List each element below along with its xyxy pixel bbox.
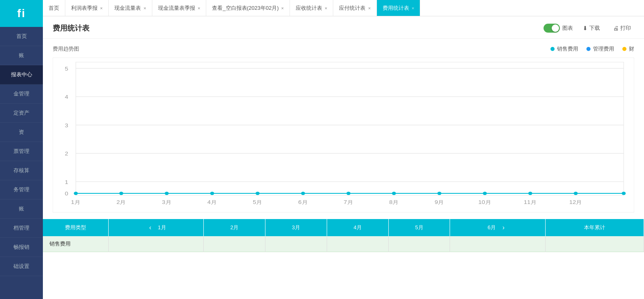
svg-text:2月: 2月 <box>116 199 126 205</box>
print-icon: 🖨 <box>613 25 619 31</box>
sidebar-item-ledger[interactable]: 账 <box>0 199 43 219</box>
svg-text:1: 1 <box>65 179 68 185</box>
th-month-2: 2月 <box>204 219 265 236</box>
td-m3 <box>265 236 327 252</box>
sidebar-item-reports[interactable]: 报表中心 <box>0 65 43 84</box>
tab-close-payable[interactable]: × <box>368 6 370 11</box>
th-month-4: 4月 <box>327 219 388 236</box>
sidebar-item-services[interactable]: 务管理 <box>0 180 43 199</box>
legend-finance: 财 <box>622 45 634 53</box>
td-m2 <box>204 236 265 252</box>
download-icon: ⬇ <box>583 25 588 31</box>
tab-blank-report[interactable]: 查看_空白报表(2023年02月) × <box>206 0 290 16</box>
td-m6 <box>450 236 546 252</box>
sidebar-item-settings[interactable]: 础设置 <box>0 257 43 276</box>
svg-text:5月: 5月 <box>253 199 263 205</box>
svg-text:11月: 11月 <box>524 199 537 205</box>
chart-toggle-label: 图表 <box>562 24 573 32</box>
chart-legend: 销售费用 管理费用 财 <box>550 45 634 53</box>
sidebar-item-account[interactable]: 账 <box>0 46 43 65</box>
tab-payable[interactable]: 应付统计表 × <box>333 0 377 16</box>
table-section: 费用类型 ‹ 1月 2月 3月 <box>43 219 644 252</box>
legend-dot-sales <box>550 47 555 51</box>
tab-cashflow-quarterly[interactable]: 现金流量表季报 × <box>152 0 206 16</box>
sidebar-item-capital[interactable]: 资 <box>0 123 43 142</box>
toggle-track[interactable] <box>544 24 560 33</box>
page-header: 费用统计表 图表 ⬇ 下载 🖨 打印 <box>43 16 644 39</box>
td-type: 销售费用 <box>43 236 108 252</box>
svg-text:6月: 6月 <box>298 199 308 205</box>
svg-text:10月: 10月 <box>478 199 491 205</box>
tab-close-receivable[interactable]: × <box>325 6 327 11</box>
tab-receivable[interactable]: 应收统计表 × <box>290 0 333 16</box>
sidebar-item-home[interactable]: 首页 <box>0 27 43 46</box>
svg-text:3: 3 <box>65 123 68 128</box>
tab-close-blank-report[interactable]: × <box>281 6 284 11</box>
sidebar-item-archive[interactable]: 档管理 <box>0 219 43 238</box>
tab-close-cashflow[interactable]: × <box>143 6 146 11</box>
tab-home[interactable]: 首页 <box>43 0 65 16</box>
chart-svg: 5 4 3 2 1 0 <box>53 58 634 212</box>
main-content: 首页 利润表季报 × 现金流量表 × 现金流量表季报 × 查看_空白报表(202… <box>43 0 644 299</box>
svg-text:9月: 9月 <box>435 199 444 205</box>
chart-title: 费用趋势图 <box>53 45 79 53</box>
download-button[interactable]: ⬇ 下载 <box>579 23 603 33</box>
svg-point-24 <box>574 192 578 195</box>
svg-point-15 <box>165 192 169 195</box>
tab-close-cashflow-quarterly[interactable]: × <box>198 6 200 11</box>
svg-rect-12 <box>76 62 624 195</box>
legend-label-sales: 销售费用 <box>557 45 578 53</box>
svg-text:4月: 4月 <box>207 199 217 205</box>
th-nav-left[interactable]: ‹ 1月 <box>108 219 204 236</box>
tab-close-expense-stats[interactable]: × <box>412 6 414 11</box>
td-m5 <box>388 236 450 252</box>
sidebar-item-inventory[interactable]: 存核算 <box>0 161 43 180</box>
legend-label-finance: 财 <box>629 45 634 53</box>
sidebar: fi 首页 账 报表中心 金管理 定资产 资 票管理 存核算 务管理 账 档管理… <box>0 0 43 299</box>
svg-point-17 <box>256 192 260 195</box>
chart-section: 费用趋势图 销售费用 管理费用 财 <box>43 39 644 219</box>
chart-toggle[interactable]: 图表 <box>544 24 573 33</box>
td-m4 <box>327 236 388 252</box>
svg-text:7月: 7月 <box>344 199 354 205</box>
sidebar-logo: fi <box>0 0 43 27</box>
table-header-row: 费用类型 ‹ 1月 2月 3月 <box>43 219 644 236</box>
header-actions: 图表 ⬇ 下载 🖨 打印 <box>544 23 634 33</box>
svg-point-20 <box>392 192 396 195</box>
svg-point-22 <box>483 192 487 195</box>
legend-label-management: 管理费用 <box>593 45 614 53</box>
nav-next-arrow[interactable]: › <box>499 224 508 231</box>
td-m1 <box>108 236 204 252</box>
tab-expense-stats[interactable]: 费用统计表 × <box>377 0 420 16</box>
th-total: 本年累计 <box>546 219 644 236</box>
nav-prev-arrow[interactable]: ‹ <box>146 224 154 231</box>
legend-dot-management <box>586 47 591 51</box>
toggle-thumb <box>552 24 559 32</box>
page-title: 费用统计表 <box>53 23 89 33</box>
svg-point-13 <box>74 192 78 195</box>
sidebar-item-assets[interactable]: 定资产 <box>0 104 43 123</box>
svg-text:0: 0 <box>65 191 69 197</box>
sidebar-item-expense[interactable]: 畅报销 <box>0 238 43 257</box>
svg-point-19 <box>346 192 350 195</box>
svg-point-18 <box>301 192 305 195</box>
svg-text:12月: 12月 <box>569 199 582 205</box>
svg-text:5: 5 <box>65 66 68 72</box>
th-month-3: 3月 <box>265 219 327 236</box>
svg-point-14 <box>119 192 123 195</box>
tab-close-profit-quarterly[interactable]: × <box>100 6 103 11</box>
table-row: 销售费用 <box>43 236 644 252</box>
sidebar-item-tickets[interactable]: 票管理 <box>0 142 43 161</box>
th-type: 费用类型 <box>43 219 108 236</box>
svg-point-25 <box>622 192 626 195</box>
print-button[interactable]: 🖨 打印 <box>610 23 634 33</box>
svg-text:2: 2 <box>65 151 68 157</box>
th-month-6[interactable]: 6月 › <box>450 219 546 236</box>
sidebar-item-finance[interactable]: 金管理 <box>0 84 43 104</box>
svg-text:3月: 3月 <box>162 199 172 205</box>
tab-cashflow[interactable]: 现金流量表 × <box>109 0 152 16</box>
legend-dot-finance <box>622 47 626 51</box>
svg-text:1月: 1月 <box>71 199 81 205</box>
tab-profit-quarterly[interactable]: 利润表季报 × <box>65 0 109 16</box>
svg-point-23 <box>528 192 533 195</box>
